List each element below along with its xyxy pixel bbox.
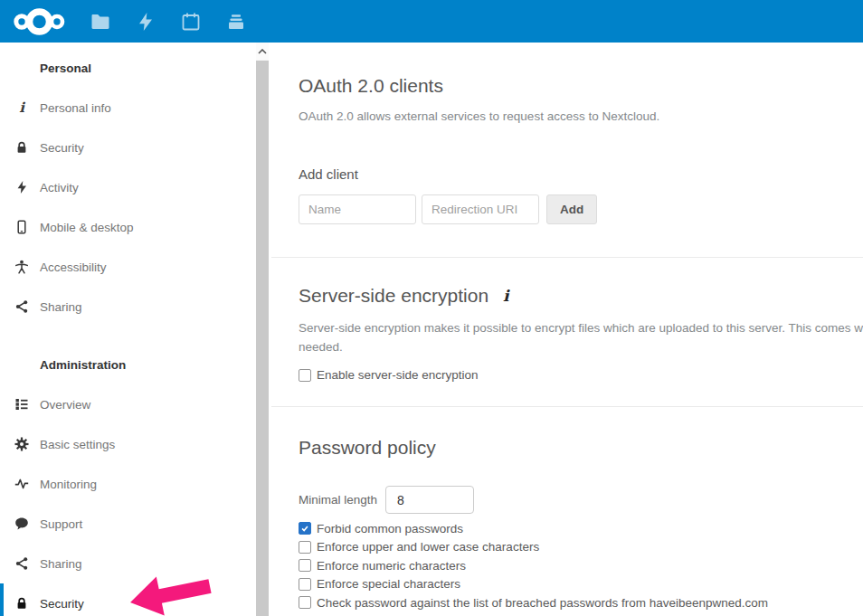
accessibility-icon: [14, 260, 29, 274]
calendar-icon[interactable]: [168, 0, 213, 43]
share-icon: [14, 299, 29, 314]
checkbox-label: Enforce upper and lower case characters: [317, 540, 539, 554]
sidebar-item-label: Accessibility: [40, 261, 107, 274]
sidebar-item-label: Security: [40, 597, 84, 611]
encryption-title: Server-side encryption: [299, 285, 488, 307]
checkbox-label: Enforce numeric characters: [317, 559, 466, 573]
sidebar-item-label: Sharing: [40, 300, 82, 314]
enforce-special-row[interactable]: Enforce special characters: [299, 577, 863, 592]
enforce-numeric-checkbox[interactable]: [299, 559, 311, 572]
scrollbar-thumb[interactable]: [256, 61, 269, 616]
password-policy-title: Password policy: [299, 437, 863, 459]
deck-icon[interactable]: [213, 0, 259, 43]
app-menu: [78, 0, 259, 43]
share-icon: [14, 556, 29, 571]
lock-icon: [14, 140, 29, 155]
password-policy-options: Forbid common passwords Enforce upper an…: [299, 521, 863, 610]
sidebar-item-label: Support: [40, 517, 82, 531]
oauth-description: OAuth 2.0 allows external services to re…: [299, 109, 863, 123]
sidebar-item-basic-settings[interactable]: Basic settings: [0, 424, 271, 464]
topbar: [0, 0, 863, 43]
info-icon[interactable]: i: [503, 287, 508, 305]
enforce-upper-lower-row[interactable]: Enforce upper and lower case characters: [299, 540, 863, 554]
forbid-common-passwords-checkbox[interactable]: [299, 522, 311, 535]
pulse-icon: [14, 477, 29, 491]
checkbox-label: Enforce special characters: [317, 577, 460, 591]
encryption-section: Server-side encryption i Server-side enc…: [271, 258, 863, 407]
enforce-numeric-row[interactable]: Enforce numeric characters: [299, 558, 863, 573]
sidebar-item-label: Sharing: [40, 557, 82, 571]
gear-icon: [14, 437, 29, 451]
lightning-icon: [14, 180, 29, 194]
sidebar-heading-personal: Personal: [0, 48, 271, 88]
sidebar-item-support[interactable]: Support: [0, 504, 271, 544]
minimal-length-row: Minimal length: [299, 486, 863, 514]
lightning-icon[interactable]: [123, 0, 168, 43]
sidebar-item-security-admin[interactable]: Security: [0, 583, 271, 616]
enforce-special-checkbox[interactable]: [299, 578, 311, 591]
sidebar-item-label: Basic settings: [40, 438, 115, 451]
enable-encryption-label: Enable server-side encryption: [317, 368, 479, 382]
encryption-description-line1: Server-side encryption makes it possible…: [299, 318, 863, 337]
sidebar-item-personal-info[interactable]: i Personal info: [0, 88, 271, 128]
add-client-form: Add: [299, 194, 863, 224]
checkbox-label: Check password against the list of breac…: [317, 596, 768, 610]
minimal-length-input[interactable]: [385, 486, 474, 514]
chat-icon: [14, 516, 29, 531]
check-breached-passwords-row[interactable]: Check password against the list of breac…: [299, 595, 863, 610]
chevron-up-icon: [258, 49, 267, 54]
settings-sidebar: Personal i Personal info Security Activi…: [0, 43, 271, 616]
sidebar-item-sharing-personal[interactable]: Sharing: [0, 287, 271, 327]
add-client-button[interactable]: Add: [546, 194, 597, 224]
sidebar-item-security-personal[interactable]: Security: [0, 128, 271, 167]
scrollbar-up-button[interactable]: [256, 43, 269, 60]
sidebar-scrollbar: [256, 43, 269, 616]
info-icon: i: [14, 100, 29, 115]
enforce-upper-lower-checkbox[interactable]: [299, 541, 311, 554]
sidebar-item-monitoring[interactable]: Monitoring: [0, 464, 271, 504]
oauth-section: OAuth 2.0 clients OAuth 2.0 allows exter…: [271, 43, 863, 258]
sidebar-item-overview[interactable]: Overview: [0, 384, 271, 424]
encryption-description-line2: needed.: [299, 337, 863, 356]
password-policy-section: Password policy Minimal length Forbid co…: [271, 407, 863, 610]
forbid-common-passwords-row[interactable]: Forbid common passwords: [299, 521, 863, 535]
folder-icon[interactable]: [78, 0, 123, 43]
sidebar-item-accessibility[interactable]: Accessibility: [0, 247, 271, 287]
redirection-uri-input[interactable]: [422, 194, 539, 224]
enable-encryption-row[interactable]: Enable server-side encryption: [299, 368, 863, 382]
settings-nav: Personal i Personal info Security Activi…: [0, 43, 271, 616]
sidebar-item-label: Monitoring: [40, 478, 97, 491]
sidebar-item-label: Mobile & desktop: [40, 221, 134, 234]
sidebar-item-label: Personal info: [40, 101, 111, 115]
lock-icon: [14, 596, 29, 611]
oauth-title: OAuth 2.0 clients: [299, 75, 863, 97]
sidebar-item-label: Activity: [40, 181, 79, 194]
check-icon: [300, 524, 309, 533]
sidebar-item-label: Overview: [40, 398, 90, 412]
checkbox-label: Forbid common passwords: [317, 522, 463, 535]
client-name-input[interactable]: [299, 194, 416, 224]
nextcloud-logo[interactable]: [12, 0, 70, 46]
sidebar-item-label: Security: [40, 141, 84, 155]
enable-encryption-checkbox[interactable]: [299, 369, 311, 382]
sidebar-item-sharing-admin[interactable]: Sharing: [0, 544, 271, 583]
add-client-heading: Add client: [299, 166, 863, 182]
minimal-length-label: Minimal length: [299, 493, 377, 507]
sidebar-item-mobile-desktop[interactable]: Mobile & desktop: [0, 207, 271, 247]
phone-icon: [14, 220, 29, 234]
sidebar-heading-administration: Administration: [0, 345, 271, 384]
sidebar-item-activity[interactable]: Activity: [0, 167, 271, 207]
list-icon: [14, 397, 29, 412]
check-breached-passwords-checkbox[interactable]: [299, 596, 311, 609]
main-content: OAuth 2.0 clients OAuth 2.0 allows exter…: [271, 43, 863, 616]
